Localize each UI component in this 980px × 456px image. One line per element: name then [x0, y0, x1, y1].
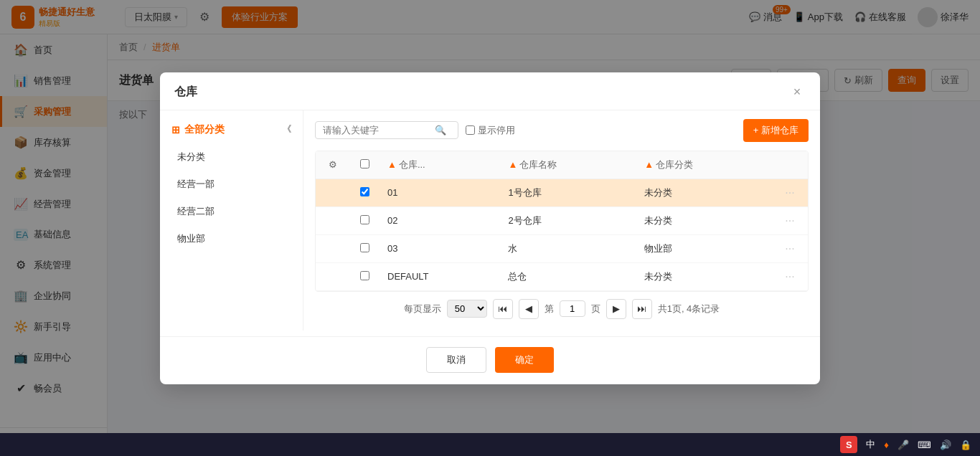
search-box: 🔍	[315, 121, 458, 139]
row-category: 未分类	[636, 179, 772, 206]
sort-icon-2: ▲	[508, 159, 517, 170]
modal-right-panel: 🔍 显示停用 + 新增仓库	[303, 110, 820, 331]
show-disabled-check[interactable]	[466, 125, 475, 135]
row-name: 总仓	[499, 262, 636, 290]
pagination-bar: 每页显示 50 10 20 100 ⏮ ◀ 第 页 ▶ ⏭ 共1页, 4条记录	[315, 292, 809, 322]
category-item-1[interactable]: 经营一部	[160, 171, 303, 198]
first-page-button[interactable]: ⏮	[493, 299, 513, 319]
col-code-header: ▲ 仓库...	[379, 151, 499, 179]
page-label: 第	[545, 303, 554, 315]
ime-label[interactable]: 中	[866, 438, 875, 451]
per-page-label: 每页显示	[404, 303, 441, 315]
col-check-header	[350, 151, 379, 179]
category-item-0[interactable]: 未分类	[160, 143, 303, 171]
row-checkbox[interactable]	[360, 243, 369, 252]
show-disabled-checkbox[interactable]: 显示停用	[466, 124, 515, 137]
modal-title: 仓库	[174, 85, 197, 100]
more-icon[interactable]: ···	[785, 242, 794, 255]
table-body: 01 1号仓库 未分类 ··· 02 2号仓库 未分类 ··· 03 水 物业部…	[316, 179, 808, 290]
cancel-button[interactable]: 取消	[426, 347, 486, 373]
col-actions-header	[772, 151, 808, 179]
more-icon[interactable]: ···	[785, 270, 794, 282]
next-page-button[interactable]: ▶	[606, 299, 626, 319]
modal-left-panel: ⊞ 全部分类 《 未分类 经营一部 经营二部 物业部	[160, 110, 303, 331]
row-gear	[316, 179, 350, 206]
row-check[interactable]	[350, 234, 379, 262]
row-gear	[316, 206, 350, 234]
row-name: 2号仓库	[499, 206, 636, 234]
row-check[interactable]	[350, 206, 379, 234]
dot-icon: ♦	[884, 440, 889, 450]
col-category-header: ▲ 仓库分类	[636, 151, 772, 179]
row-actions[interactable]: ···	[772, 206, 808, 234]
page-input[interactable]	[560, 300, 585, 317]
row-name: 水	[499, 234, 636, 262]
row-gear	[316, 262, 350, 290]
statusbar-logo: S	[840, 436, 857, 453]
col-name-label: 仓库名称	[519, 158, 557, 171]
volume-icon[interactable]: 🔊	[940, 440, 951, 450]
gear-icon[interactable]: ⚙	[329, 159, 337, 170]
modal-toolbar: 🔍 显示停用 + 新增仓库	[315, 119, 809, 142]
collapse-icon[interactable]: 《	[283, 123, 291, 136]
modal-overlay[interactable]: 仓库 × ⊞ 全部分类 《 未分类 经营一部 经营二部 物业部	[0, 0, 980, 456]
col-name-header: ▲ 仓库名称	[499, 151, 636, 179]
table-row[interactable]: 02 2号仓库 未分类 ···	[316, 206, 808, 234]
row-actions[interactable]: ···	[772, 262, 808, 290]
warehouse-modal: 仓库 × ⊞ 全部分类 《 未分类 经营一部 经营二部 物业部	[160, 72, 820, 384]
row-check[interactable]	[350, 179, 379, 206]
search-icon[interactable]: 🔍	[435, 125, 446, 136]
sort-icon-3: ▲	[644, 159, 654, 170]
row-category: 未分类	[636, 206, 772, 234]
row-code: DEFAULT	[379, 262, 499, 290]
row-code: 03	[379, 234, 499, 262]
row-category: 未分类	[636, 262, 772, 290]
statusbar: S 中 ♦ 🎤 ⌨ 🔊 🔒	[0, 433, 980, 456]
table-row[interactable]: 01 1号仓库 未分类 ···	[316, 179, 808, 206]
more-icon[interactable]: ···	[785, 186, 794, 199]
show-disabled-label: 显示停用	[478, 124, 515, 137]
row-checkbox[interactable]	[360, 187, 369, 196]
add-warehouse-button[interactable]: + 新增仓库	[743, 119, 809, 142]
warehouse-table: ⚙ ▲ 仓库...	[315, 151, 809, 292]
modal-header: 仓库 ×	[160, 72, 820, 110]
row-actions[interactable]: ···	[772, 234, 808, 262]
per-page-select[interactable]: 50 10 20 100	[447, 300, 487, 318]
toolbar-right: + 新增仓库	[743, 119, 809, 142]
keyboard-icon[interactable]: ⌨	[918, 440, 931, 450]
category-item-3[interactable]: 物业部	[160, 225, 303, 252]
modal-action-footer: 取消 确定	[160, 336, 820, 384]
row-actions[interactable]: ···	[772, 179, 808, 206]
more-icon[interactable]: ···	[785, 214, 794, 227]
col-gear-header: ⚙	[316, 151, 350, 179]
select-all-checkbox[interactable]	[360, 159, 369, 168]
row-checkbox[interactable]	[360, 271, 369, 280]
table-header-row: ⚙ ▲ 仓库...	[316, 151, 808, 179]
col-category-label: 仓库分类	[656, 158, 693, 171]
modal-close-button[interactable]: ×	[788, 84, 806, 101]
last-page-button[interactable]: ⏭	[632, 299, 652, 319]
row-code: 02	[379, 206, 499, 234]
lock-icon[interactable]: 🔒	[960, 440, 971, 450]
row-name: 1号仓库	[499, 179, 636, 206]
all-category-button[interactable]: ⊞ 全部分类 《	[160, 116, 303, 143]
mic-icon[interactable]: 🎤	[897, 440, 909, 450]
table-row[interactable]: DEFAULT 总仓 未分类 ···	[316, 262, 808, 290]
page-suffix: 页	[591, 303, 600, 315]
row-gear	[316, 234, 350, 262]
confirm-button[interactable]: 确定	[495, 347, 554, 373]
table-row[interactable]: 03 水 物业部 ···	[316, 234, 808, 262]
modal-body: ⊞ 全部分类 《 未分类 经营一部 经营二部 物业部 🔍	[160, 110, 820, 331]
search-input[interactable]	[323, 125, 430, 136]
sort-icon: ▲	[387, 159, 397, 170]
grid-icon: ⊞	[171, 124, 180, 136]
prev-page-button[interactable]: ◀	[519, 299, 539, 319]
category-item-2[interactable]: 经营二部	[160, 198, 303, 225]
row-code: 01	[379, 179, 499, 206]
total-info: 共1页, 4条记录	[658, 303, 720, 315]
row-category: 物业部	[636, 234, 772, 262]
col-code-label: 仓库...	[399, 158, 425, 171]
row-check[interactable]	[350, 262, 379, 290]
row-checkbox[interactable]	[360, 215, 369, 224]
all-category-label: 全部分类	[184, 123, 225, 136]
